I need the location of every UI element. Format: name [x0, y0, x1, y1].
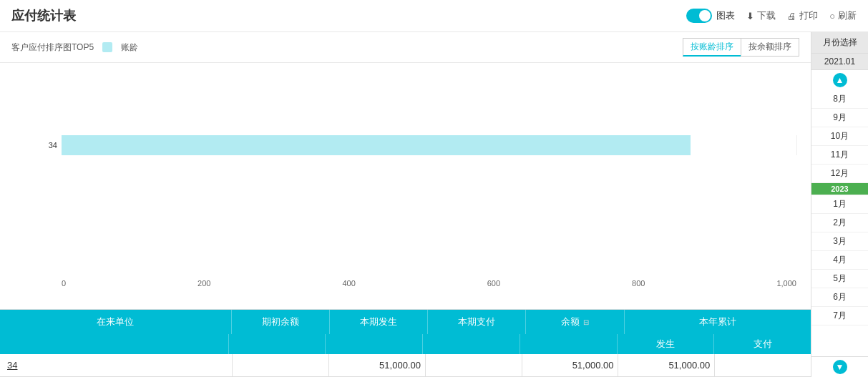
bar-chart: 34 856天	[0, 63, 811, 309]
x-axis: 0 200 400 600 800 1,000	[62, 279, 796, 288]
refresh-label: 刷新	[838, 9, 857, 22]
table-header: 在来单位 期初余额 本期发生 本期支付 余额 ⊟ 本年累计	[0, 310, 811, 334]
nav-down-arrow[interactable]: ▼	[833, 360, 847, 374]
th-sub-spacer1	[0, 334, 229, 354]
download-label: 下载	[757, 9, 776, 22]
month-list: 8月 9月 10月 11月 12月 2023 1月 2月 3月 4月 5月 6月…	[811, 90, 868, 356]
th-unit: 在来单位	[0, 310, 232, 334]
td-current-occur: 51,000.00	[329, 354, 426, 376]
chart-toggle[interactable]	[686, 9, 712, 23]
td-current-pay	[426, 354, 522, 376]
chart-toggle-wrap[interactable]: 图表	[686, 9, 735, 23]
sort-by-age-button[interactable]: 按账龄排序	[683, 38, 741, 57]
refresh-icon: ○	[829, 11, 835, 21]
download-icon: ⬇	[746, 11, 754, 21]
x-tick-800: 800	[632, 279, 645, 288]
legend-color-dot	[102, 42, 112, 52]
bar-track: 856天	[62, 135, 796, 155]
th-sub-spacer3	[326, 334, 423, 354]
table-subheader: 发生 支付	[0, 334, 811, 354]
month-item-12[interactable]: 12月	[811, 165, 868, 183]
legend-label: 客户应付排序图TOP5	[11, 41, 94, 54]
month-item-3[interactable]: 3月	[811, 232, 868, 251]
data-table: 在来单位 期初余额 本期发生 本期支付 余额 ⊟ 本年累计	[0, 309, 811, 377]
td-unit: 34	[0, 354, 233, 376]
th-sub-spacer4	[423, 334, 520, 354]
th-current-occur: 本期发生	[330, 310, 428, 334]
month-item-6[interactable]: 6月	[811, 288, 868, 307]
td-opening	[233, 354, 329, 376]
page-header: 应付统计表 图表 ⬇ 下载 🖨 打印 ○ 刷新	[0, 0, 868, 32]
chart-inner: 34 856天	[36, 70, 796, 288]
sidebar-title: 月份选择	[811, 32, 868, 54]
chart-header: 客户应付排序图TOP5 账龄 按账龄排序 按余额排序	[0, 32, 811, 63]
x-tick-400: 400	[342, 279, 355, 288]
sort-by-balance-button[interactable]: 按余额排序	[741, 38, 799, 57]
chart-legend: 客户应付排序图TOP5 账龄	[11, 41, 138, 54]
th-annual-occur: 发生	[618, 334, 715, 354]
table-row: 34 51,000.00 51,000.00 51,000.00	[0, 354, 811, 377]
month-item-5[interactable]: 5月	[811, 270, 868, 288]
month-item-8[interactable]: 8月	[811, 90, 868, 109]
month-item-2[interactable]: 2月	[811, 214, 868, 232]
th-opening: 期初余额	[232, 310, 330, 334]
x-tick-1000: 1,000	[776, 279, 796, 288]
month-item-7[interactable]: 7月	[811, 307, 868, 325]
main-content: 客户应付排序图TOP5 账龄 按账龄排序 按余额排序 34	[0, 32, 868, 377]
print-label: 打印	[799, 9, 818, 22]
month-item-9[interactable]: 9月	[811, 109, 868, 127]
refresh-button[interactable]: ○ 刷新	[829, 9, 857, 22]
th-sub-spacer2	[229, 334, 326, 354]
month-item-1[interactable]: 1月	[811, 195, 868, 214]
th-sub-spacer5	[520, 334, 618, 354]
td-balance: 51,000.00	[522, 354, 619, 376]
year-marker-2023: 2023	[811, 183, 868, 195]
chart-toggle-label: 图表	[716, 9, 735, 22]
balance-filter-icon: ⊟	[583, 318, 589, 326]
unit-link[interactable]: 34	[7, 360, 17, 371]
header-actions: 图表 ⬇ 下载 🖨 打印 ○ 刷新	[686, 9, 857, 23]
th-annual-pay: 支付	[714, 334, 811, 354]
nav-up-arrow[interactable]: ▲	[833, 73, 847, 87]
x-tick-600: 600	[487, 279, 500, 288]
th-current-pay: 本期支付	[428, 310, 526, 334]
month-item-11[interactable]: 11月	[811, 146, 868, 165]
month-selector-sidebar: 月份选择 2021.01 ▲ 8月 9月 10月 11月 12月 2023 1月…	[811, 32, 868, 377]
download-button[interactable]: ⬇ 下载	[746, 9, 776, 22]
bar-y-label: 34	[36, 141, 57, 150]
sidebar-nav-down[interactable]: ▼	[811, 356, 868, 377]
td-annual-occur: 51,000.00	[618, 354, 715, 376]
bar-fill	[62, 135, 691, 155]
gridline-1000	[796, 135, 797, 155]
td-annual-pay	[715, 354, 811, 376]
sidebar-nav-up[interactable]: ▲	[811, 70, 868, 90]
th-balance: 余额 ⊟	[526, 310, 624, 334]
chart-table-area: 客户应付排序图TOP5 账龄 按账龄排序 按余额排序 34	[0, 32, 811, 377]
print-icon: 🖨	[787, 11, 796, 21]
bar-row-1: 34 856天	[36, 135, 796, 155]
month-item-4[interactable]: 4月	[811, 251, 868, 270]
th-annual: 本年累计	[625, 310, 811, 334]
sidebar-current-value: 2021.01	[811, 54, 868, 70]
page-title: 应付统计表	[11, 7, 76, 24]
month-item-10[interactable]: 10月	[811, 127, 868, 146]
x-tick-200: 200	[198, 279, 210, 288]
x-tick-0: 0	[62, 279, 66, 288]
print-button[interactable]: 🖨 打印	[787, 9, 818, 22]
chart-sort-options: 按账龄排序 按余额排序	[683, 38, 799, 57]
legend-color-label: 账龄	[121, 41, 138, 54]
